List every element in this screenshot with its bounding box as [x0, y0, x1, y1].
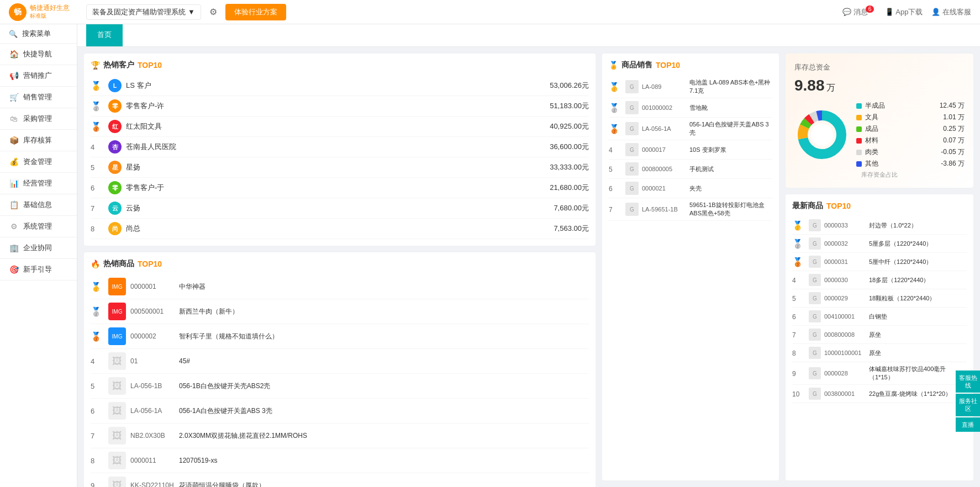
customer-rank-row: 6 零 零售客户-于 21,680.00元 [91, 178, 589, 198]
customer-rank-table: 🥇 L LS 客户 53,006.26元 🥈 零 零售客户-许 51,183.0… [91, 76, 589, 239]
middle-section: 🏅 商品销售 TOP10 🥇 G LA-089 电池盖 LA-089 ABS本色… [602, 54, 779, 480]
sale-row: 🥈 G 001000002 雪地靴 [609, 98, 772, 118]
hot-products-badge: TOP10 [138, 260, 162, 268]
sidebar-search[interactable]: 🔍 搜索菜单 [0, 24, 77, 44]
message-badge: 6 [866, 6, 874, 13]
content-inner: 🏆 热销客户 TOP10 🥇 L LS 客户 53,006.26元 🥈 零 零售… [77, 47, 980, 487]
sales-icon: 🛒 [9, 92, 19, 102]
sale-row: 🥉 G LA-056-1A 056-1A白色按键开关盖ABS 3壳 [609, 118, 772, 140]
hot-product-row: 4 🖼 01 45# [91, 349, 589, 374]
medal-icon: 🏅 [609, 61, 618, 70]
new-product-row: 🥉 G 0000031 5厘中纤（1220*2440） [792, 253, 967, 271]
product-sales-list: 🥇 G LA-089 电池盖 LA-089 ABS本色+黑种 7.1克 🥈 G … [609, 76, 772, 221]
hot-product-row: 🥇 IMG 0000001 中华神器 [91, 274, 589, 299]
new-product-row: 🥈 G 0000032 5厘多层（1220*2440） [792, 235, 967, 253]
customer-rank-row: 5 星 星扬 33,333.00元 [91, 157, 589, 178]
main-layout: 🔍 搜索菜单 🏠 快捷导航 📢 营销推广 🛒 销售管理 🛍 采购管理 📦 库存核… [0, 24, 980, 487]
new-product-row: 6 G 004100001 白钢垫 [792, 308, 967, 326]
customer-rank-row: 7 云 云扬 7,680.00元 [91, 198, 589, 219]
service-btn[interactable]: 👤 在线客服 [931, 7, 971, 17]
customer-rank-row: 🥉 红 红太阳文具 40,925.00元 [91, 117, 589, 137]
float-service: 客服热线 服务社区 直播 [956, 370, 980, 432]
legend-item-stationery: 文具 1.01 万 [856, 113, 965, 122]
newest-products-title: 最新商品 TOP10 [792, 201, 967, 211]
logo-icon: 畅 [9, 3, 27, 21]
operations-icon: 📊 [9, 178, 19, 188]
new-product-row: 7 G 000800008 原坐 [792, 326, 967, 344]
inventory-amount-display: 9.88 万 [794, 77, 965, 94]
sidebar-item-guide[interactable]: 🎯 新手引导 [0, 259, 77, 280]
home-icon: 🏠 [9, 49, 19, 59]
sale-row: 6 G 0000021 夹壳 [609, 179, 772, 198]
logo-text: 畅捷通好生意 [30, 4, 70, 12]
hotline-btn[interactable]: 客服热线 [956, 370, 980, 393]
hot-product-row: 9 🖼 KK-SD22110H 花语萌恒温分腿睡袋（厚款） [91, 473, 589, 487]
sidebar-item-inventory[interactable]: 📦 库存核算 [0, 130, 77, 151]
legend-item-material: 材料 0.07 万 [856, 136, 965, 145]
svg-point-6 [811, 124, 833, 146]
sidebar-item-basic[interactable]: 📋 基础信息 [0, 194, 77, 216]
purchase-icon: 🛍 [9, 114, 19, 124]
legend-item-product: 成品 0.25 万 [856, 124, 965, 134]
trial-button[interactable]: 体验行业方案 [225, 4, 286, 20]
hot-product-row: 🥉 IMG 0000002 智利车子里（规格不知道填什么） [91, 324, 589, 349]
inventory-total-label: 库存总资金 [794, 62, 965, 72]
new-product-row: 10 G 003800001 22g鱼豆腐-烧烤味（1*12*20） [792, 385, 967, 403]
message-btn[interactable]: 💬 消息6 [842, 7, 876, 17]
sidebar-item-finance[interactable]: 💰 资金管理 [0, 151, 77, 173]
sale-row: 7 G LA-59651-1B 59651-1B旋转投影灯电池盒ABS黑色+58… [609, 198, 772, 221]
hot-product-row: 5 🖼 LA-056-1B 056-1B白色按键开关壳ABS2壳 [91, 374, 589, 399]
customer-rank-row: 🥈 零 零售客户-许 51,183.00元 [91, 96, 589, 117]
hot-products-title: 🔥 热销商品 TOP10 [91, 259, 589, 269]
legend-item-meat: 肉类 -0.05 万 [856, 147, 965, 157]
sidebar-item-enterprise[interactable]: 🏢 企业协同 [0, 237, 77, 259]
newest-products-badge: TOP10 [826, 202, 851, 210]
newest-products-panel: 最新商品 TOP10 🥇 G 0000033 封边带（1.0*22） 🥈 G 0… [786, 194, 973, 480]
app-download-btn[interactable]: 📱 App下载 [885, 7, 923, 17]
system-select[interactable]: 装备及固定资产辅助管理系统 ▼ [86, 4, 201, 20]
inventory-card: 库存总资金 9.88 万 [786, 54, 973, 188]
newest-products-list: 🥇 G 0000033 封边带（1.0*22） 🥈 G 0000032 5厘多层… [792, 216, 967, 403]
hot-product-row: 8 🖼 0000011 12070519-xs [91, 448, 589, 473]
gear-button[interactable]: ⚙ [206, 4, 221, 20]
hot-products-panel: 🔥 热销商品 TOP10 🥇 IMG 0000001 中华神器 🥈 IMG 00… [84, 252, 596, 487]
customer-top10-panel: 🏆 热销客户 TOP10 🥇 L LS 客户 53,006.26元 🥈 零 零售… [84, 54, 596, 246]
sidebar: 🔍 搜索菜单 🏠 快捷导航 📢 营销推广 🛒 销售管理 🛍 采购管理 📦 库存核… [0, 24, 77, 487]
product-sales-title: 🏅 商品销售 TOP10 [609, 60, 772, 70]
hot-products-list: 🥇 IMG 0000001 中华神器 🥈 IMG 000500001 新西兰牛肉… [91, 274, 589, 487]
top-bar: 畅 畅捷通好生意 标准版 装备及固定资产辅助管理系统 ▼ ⚙ 体验行业方案 💬 … [0, 0, 980, 24]
sidebar-item-operations[interactable]: 📊 经营管理 [0, 173, 77, 194]
system-icon: ⚙ [9, 221, 19, 231]
chart-legend: 半成品 12.45 万 文具 1.01 万 成品 0.25 万 材料 0.07 … [856, 101, 965, 168]
chevron-down-icon: ▼ [188, 8, 195, 16]
live-btn[interactable]: 直播 [956, 417, 980, 432]
sidebar-item-marketing[interactable]: 📢 营销推广 [0, 65, 77, 87]
basic-icon: 📋 [9, 200, 19, 210]
sidebar-item-purchase[interactable]: 🛍 采购管理 [0, 108, 77, 130]
sale-row: 4 G 0000017 10S 变刺罗浆 [609, 140, 772, 160]
content-area: 首页 🏆 热销客户 TOP10 🥇 L LS 客户 53,006.26元 🥈 [77, 24, 980, 487]
hot-product-row: 7 🖼 NB2.0X30B 2.0X30MM双搓花轴,搓花直径2.1MM/ROH… [91, 424, 589, 448]
logo-text-area: 畅捷通好生意 标准版 [30, 4, 70, 19]
sidebar-item-sales[interactable]: 🛒 销售管理 [0, 87, 77, 108]
customer-rank-row: 🥇 L LS 客户 53,006.26元 [91, 76, 589, 96]
new-product-row: 🥇 G 0000033 封边带（1.0*22） [792, 216, 967, 235]
inventory-amount: 9.88 [794, 77, 825, 94]
sale-row: 🥇 G LA-089 电池盖 LA-089 ABS本色+黑种 7.1克 [609, 76, 772, 98]
chart-container: 半成品 12.45 万 文具 1.01 万 成品 0.25 万 材料 0.07 … [794, 101, 965, 168]
inventory-icon: 📦 [9, 135, 19, 145]
marketing-icon: 📢 [9, 71, 19, 81]
inventory-unit: 万 [826, 83, 835, 92]
customer-rank-row: 8 尚 尚总 7,563.00元 [91, 219, 589, 239]
finance-icon: 💰 [9, 157, 19, 167]
enterprise-icon: 🏢 [9, 243, 19, 253]
new-product-row: 9 G 0000028 体碱嘉枝味苏打饮品400毫升（1*15） [792, 362, 967, 385]
search-icon: 🔍 [9, 30, 18, 38]
tab-home[interactable]: 首页 [86, 24, 123, 46]
trophy-icon: 🏆 [91, 61, 100, 70]
guide-icon: 🎯 [9, 264, 19, 274]
sidebar-item-quick-nav[interactable]: 🏠 快捷导航 [0, 44, 77, 65]
community-btn[interactable]: 服务社区 [956, 394, 980, 416]
sidebar-item-system[interactable]: ⚙ 系统管理 [0, 216, 77, 237]
top-bar-center: 装备及固定资产辅助管理系统 ▼ ⚙ 体验行业方案 [86, 4, 842, 20]
